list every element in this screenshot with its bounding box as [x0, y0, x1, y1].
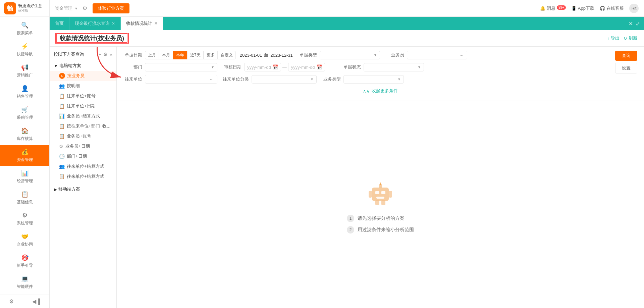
tree-item-by-detail[interactable]: 👥 按明细 [50, 81, 116, 91]
sidebar-item-guide[interactable]: 🎯 新手引导 [0, 251, 49, 272]
purchase-icon: 🛒 [21, 106, 29, 113]
bell-icon: 🔔 [540, 6, 545, 11]
hardware-icon: 💻 [21, 275, 29, 283]
online-service-btn[interactable]: 🎧 在线客服 [600, 5, 624, 11]
partner-dots-icon[interactable]: ··· [210, 76, 214, 82]
tab-expand-btn[interactable]: ⤢ [636, 20, 640, 27]
filter-salesman-item: 业务员 ··· [385, 51, 467, 59]
svg-rect-6 [369, 191, 372, 198]
date-tab-this-year[interactable]: 本年 [173, 51, 187, 59]
date-tab-last-month[interactable]: 上月 [145, 51, 159, 59]
filter-date-label: 单据日期 [123, 52, 142, 58]
filter-docstatus-item: 单据状态 ▾ [342, 63, 424, 71]
empty-state: 1 请先选择要分析的方案 2 用过滤条件来缩小分析范围 [117, 101, 644, 308]
tab-home[interactable]: 首页 [50, 17, 69, 30]
headset-icon: 🎧 [600, 6, 605, 11]
filter-biztype-item: 业务类型 ▾ [322, 75, 404, 84]
sidebar-item-operation[interactable]: 📊 经营管理 [0, 166, 49, 187]
topbar-gear-icon[interactable]: ⚙ [83, 5, 87, 11]
sidebar-collapse-btn[interactable]: ◀▐ [32, 298, 40, 305]
phone-icon: 📱 [571, 6, 577, 11]
panel-add-icon[interactable]: + [99, 52, 101, 57]
filter-salesman-select[interactable]: ··· [407, 51, 467, 59]
tree-section-mobile-header[interactable]: ▶ 移动端方案 [50, 184, 116, 194]
filter-docstatus-select[interactable]: ▾ [364, 63, 424, 71]
tree-item-salesman-account[interactable]: 📋 业务员+账号 [50, 131, 116, 141]
sidebar-item-purchase[interactable]: 🛒 采购管理 [0, 103, 49, 124]
sidebar-footer: ⚙ ◀▐ [0, 295, 49, 308]
date-tab-more[interactable]: 更多 [204, 51, 218, 59]
panel-header: 按以下方案查询 + ⚙ « [50, 49, 116, 59]
breadcrumb-chevron-icon[interactable]: ▾ [75, 6, 77, 11]
salesman-date-icon: ⚙ [59, 144, 63, 149]
sidebar-item-basicinfo[interactable]: 📋 基础信息 [0, 187, 49, 208]
sidebar-item-marketing[interactable]: 📢 营销推广 [0, 60, 49, 82]
tree-item-salesman-date[interactable]: ⚙ 业务员+日期 [50, 141, 116, 151]
sidebar-item-search-menu[interactable]: 🔍 搜索菜单 [0, 18, 49, 39]
tab-close-receipts[interactable]: ✕ [154, 21, 158, 26]
export-btn[interactable]: ↑ 导出 [607, 35, 620, 41]
tree-item-partner-account[interactable]: 📋 往来单位+账号 [50, 91, 116, 101]
tree-item-partner-date[interactable]: 📋 往来单位+日期 [50, 101, 116, 111]
refresh-btn[interactable]: ↻ 刷新 [624, 35, 637, 41]
collapse-more-btn[interactable]: ∧∧ 收起更多条件 [123, 85, 637, 97]
app-download-btn[interactable]: 📱 App下载 [571, 5, 594, 11]
corp-icon: 🤝 [21, 233, 29, 240]
sidebar-item-inventory[interactable]: 🏠 库存核算 [0, 124, 49, 145]
sidebar-item-system[interactable]: ⚙ 系统管理 [0, 208, 49, 229]
tree-item-partner-payment2[interactable]: 📋 往来单位+结算方式 [50, 171, 116, 182]
tab-close-all-btn[interactable]: ✕ [629, 20, 633, 27]
filter-biztype-select[interactable]: ▾ [343, 75, 404, 84]
tree-item-by-salesman[interactable]: ↻ 按业务员 [50, 71, 116, 81]
panel-settings-icon[interactable]: ⚙ [103, 52, 108, 57]
filter-settings-btn[interactable]: 设置 [615, 63, 637, 73]
tab-bank[interactable]: 现金银行流水查询 ✕ [69, 17, 121, 30]
tree-item-dept-date[interactable]: 🕐 部门+日期 [50, 151, 116, 161]
query-btn[interactable]: 查询 [615, 51, 637, 61]
date-tab-custom[interactable]: 自定义 [218, 51, 236, 59]
salesman-dots-icon[interactable]: ··· [460, 52, 464, 58]
sidebar-item-hardware[interactable]: 💻 智能硬件 [0, 272, 49, 293]
page-title: 收款情况统计(按业务员) [56, 34, 127, 43]
filter-partner-category-select[interactable]: ▾ [252, 75, 317, 84]
partner-payment1-icon: 👥 [59, 164, 65, 169]
filter-fields: 单据日期 上月 本月 本年 近7天 更多 自定义 [123, 51, 611, 84]
tree-section-desktop-header[interactable]: ▼ 电脑端方案 [50, 61, 116, 71]
dept-chevron-icon: ▾ [212, 65, 214, 69]
sidebar-item-finance[interactable]: 💰 资金管理 [0, 145, 49, 166]
date-range: 2023-01-01 至 2023-12-31 [240, 52, 293, 58]
tree-item-partner-payment1[interactable]: 👥 往来单位+结算方式 [50, 161, 116, 171]
sidebar-item-sales[interactable]: 👤 销售管理 [0, 82, 49, 103]
svg-rect-0 [372, 188, 389, 201]
tree-item-salesman-payment[interactable]: 📊 业务员+结算方式 [50, 111, 116, 121]
svg-rect-9 [381, 200, 385, 205]
trial-btn[interactable]: 体验行业方案 [93, 3, 129, 13]
partner-payment2-icon: 📋 [59, 174, 65, 179]
date-tab-this-month[interactable]: 本月 [159, 51, 173, 59]
panel-collapse-icon[interactable]: « [110, 52, 112, 57]
tab-close-bank[interactable]: ✕ [112, 21, 115, 26]
tab-receipts[interactable]: 收款情况统计 ✕ [121, 17, 163, 30]
filter-partner-select[interactable]: ··· [145, 75, 217, 84]
filter-dept-select[interactable]: ▾ [145, 63, 217, 71]
page-title-wrapper: 收款情况统计(按业务员) [56, 34, 127, 42]
tree-item-partner-dept[interactable]: 📋 按往来单位+部门+收... [50, 121, 116, 131]
partner-date-icon: 📋 [59, 103, 65, 109]
filter-auditdate-to[interactable]: yyyy-mm-dd 📅 [288, 63, 325, 71]
tabs-actions: ✕ ⤢ [629, 20, 644, 27]
refresh-icon: ↻ [624, 36, 627, 41]
date-dash: — [282, 65, 287, 70]
sidebar-item-quick-nav[interactable]: ⚡ 快捷导航 [0, 39, 49, 60]
filter-auditdate-item: 审核日期 yyyy-mm-dd 📅 — yyyy-mm-dd [223, 63, 337, 71]
svg-rect-1 [375, 191, 379, 194]
sidebar-item-corp[interactable]: 🤝 企业协同 [0, 229, 49, 251]
user-avatar[interactable]: Rit [629, 4, 639, 13]
notifications-btn[interactable]: 🔔 消息 99+ [540, 5, 566, 11]
date-tab-7days[interactable]: 近7天 [187, 51, 204, 59]
active-item-icon: ↻ [59, 73, 65, 79]
filter-doctype-select[interactable]: ▾ [320, 51, 380, 59]
filter-auditdate-from[interactable]: yyyy-mm-dd 📅 [244, 63, 281, 71]
salesman-account-icon: 📋 [59, 134, 65, 139]
sidebar-settings-btn[interactable]: ⚙ [9, 298, 14, 305]
filter-row-3: 往来单位 ··· 往来单位分类 [123, 75, 611, 84]
